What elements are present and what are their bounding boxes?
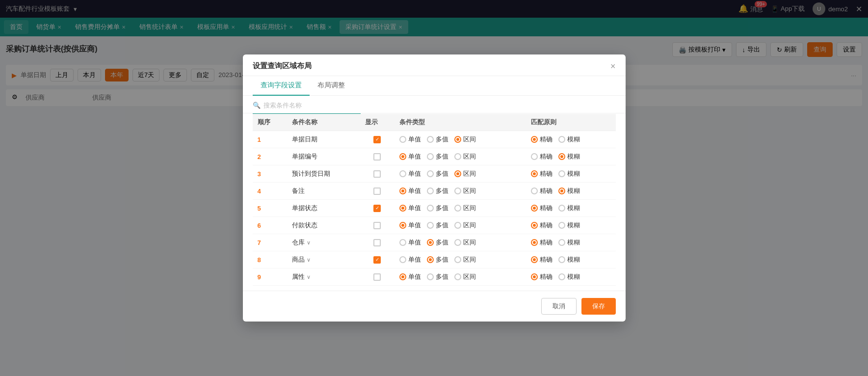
cancel-button[interactable]: 取消 bbox=[541, 298, 577, 315]
radio-type-单值[interactable]: 单值 bbox=[399, 187, 421, 195]
radio-type-多值[interactable]: 多值 bbox=[427, 272, 448, 281]
radio-type-区间[interactable]: 区间 bbox=[454, 221, 476, 230]
cell-match-rule: 精确模糊 bbox=[526, 217, 616, 234]
cell-display bbox=[360, 148, 395, 165]
radio-type-单值[interactable]: 单值 bbox=[399, 169, 421, 178]
radio-match-精确[interactable]: 精确 bbox=[531, 187, 552, 195]
radio-type-单值[interactable]: 单值 bbox=[399, 221, 421, 230]
cell-order: 4 bbox=[253, 183, 287, 200]
radio-match-精确[interactable]: 精确 bbox=[531, 135, 552, 144]
cell-display bbox=[360, 251, 395, 269]
radio-type-区间[interactable]: 区间 bbox=[454, 169, 476, 178]
radio-type-多值[interactable]: 多值 bbox=[427, 169, 448, 178]
chevron-down-icon[interactable]: ∨ bbox=[307, 257, 311, 263]
radio-match-模糊[interactable]: 模糊 bbox=[558, 238, 580, 247]
cell-display bbox=[360, 234, 395, 251]
cell-order: 9 bbox=[253, 269, 287, 286]
table-row: 9属性 ∨单值多值区间精确模糊 bbox=[253, 269, 616, 286]
tab-layout-adjust[interactable]: 布局调整 bbox=[310, 76, 353, 96]
cell-condition-name: 单据日期 bbox=[287, 131, 360, 148]
th-type: 条件类型 bbox=[395, 114, 526, 131]
radio-match-精确[interactable]: 精确 bbox=[531, 238, 552, 247]
cell-condition-name: 付款状态 bbox=[287, 217, 360, 234]
th-order: 顺序 bbox=[253, 114, 287, 131]
order-number: 4 bbox=[258, 188, 261, 195]
radio-match-精确[interactable]: 精确 bbox=[531, 152, 552, 161]
radio-type-区间[interactable]: 区间 bbox=[454, 238, 476, 247]
radio-type-区间[interactable]: 区间 bbox=[454, 187, 476, 195]
radio-match-精确[interactable]: 精确 bbox=[531, 255, 552, 264]
radio-match-精确[interactable]: 精确 bbox=[531, 169, 552, 178]
radio-type-多值[interactable]: 多值 bbox=[427, 238, 448, 247]
cell-match-rule: 精确模糊 bbox=[526, 183, 616, 200]
cell-condition-type: 单值多值区间 bbox=[395, 217, 526, 234]
cell-condition-type: 单值多值区间 bbox=[395, 251, 526, 269]
search-input[interactable] bbox=[263, 102, 362, 109]
display-checkbox[interactable] bbox=[373, 170, 381, 178]
display-checkbox[interactable] bbox=[373, 222, 381, 229]
th-match: 匹配原则 bbox=[526, 114, 616, 131]
cell-condition-name: 商品 ∨ bbox=[287, 251, 360, 269]
order-number: 6 bbox=[258, 222, 261, 229]
display-checkbox[interactable] bbox=[373, 256, 381, 264]
cell-match-rule: 精确模糊 bbox=[526, 165, 616, 183]
modal-overlay: 设置查询区域布局 × 查询字段设置 布局调整 🔍 顺序 条件名称 bbox=[0, 0, 868, 376]
radio-match-模糊[interactable]: 模糊 bbox=[558, 135, 580, 144]
cell-condition-type: 单值多值区间 bbox=[395, 286, 526, 291]
radio-type-区间[interactable]: 区间 bbox=[454, 272, 476, 281]
table-row: 5单据状态单值多值区间精确模糊 bbox=[253, 200, 616, 217]
cell-condition-name: 单据状态 bbox=[287, 200, 360, 217]
display-checkbox[interactable] bbox=[373, 273, 381, 281]
radio-type-区间[interactable]: 区间 bbox=[454, 135, 476, 144]
radio-type-单值[interactable]: 单值 bbox=[399, 255, 421, 264]
radio-match-精确[interactable]: 精确 bbox=[531, 221, 552, 230]
radio-match-模糊[interactable]: 模糊 bbox=[558, 152, 580, 161]
cell-order: 6 bbox=[253, 217, 287, 234]
radio-type-区间[interactable]: 区间 bbox=[454, 152, 476, 161]
cell-display bbox=[360, 131, 395, 148]
radio-match-精确[interactable]: 精确 bbox=[531, 272, 552, 281]
radio-type-多值[interactable]: 多值 bbox=[427, 255, 448, 264]
radio-type-多值[interactable]: 多值 bbox=[427, 187, 448, 195]
radio-match-精确[interactable]: 精确 bbox=[531, 204, 552, 213]
display-checkbox[interactable] bbox=[373, 188, 381, 195]
chevron-down-icon[interactable]: ∨ bbox=[307, 240, 311, 246]
radio-type-多值[interactable]: 多值 bbox=[427, 135, 448, 144]
conditions-table: 顺序 条件名称 显示 条件类型 匹配原则 1单据日期单值多值区间精确模糊2单据编… bbox=[253, 114, 616, 291]
radio-type-单值[interactable]: 单值 bbox=[399, 204, 421, 213]
radio-type-多值[interactable]: 多值 bbox=[427, 204, 448, 213]
display-checkbox[interactable] bbox=[373, 205, 381, 212]
radio-match-模糊[interactable]: 模糊 bbox=[558, 272, 580, 281]
display-checkbox[interactable] bbox=[373, 136, 381, 143]
radio-type-区间[interactable]: 区间 bbox=[454, 204, 476, 213]
radio-match-模糊[interactable]: 模糊 bbox=[558, 169, 580, 178]
radio-match-模糊[interactable]: 模糊 bbox=[558, 204, 580, 213]
condition-name-text: 属性 bbox=[292, 272, 305, 281]
table-row: 7仓库 ∨单值多值区间精确模糊 bbox=[253, 234, 616, 251]
dialog-close-btn[interactable]: × bbox=[610, 62, 616, 71]
radio-type-单值[interactable]: 单值 bbox=[399, 238, 421, 247]
radio-type-区间[interactable]: 区间 bbox=[454, 255, 476, 264]
radio-type-单值[interactable]: 单值 bbox=[399, 152, 421, 161]
display-checkbox[interactable] bbox=[373, 153, 381, 161]
display-checkbox[interactable] bbox=[373, 239, 381, 246]
radio-match-模糊[interactable]: 模糊 bbox=[558, 255, 580, 264]
cell-condition-name: 单据编号 bbox=[287, 148, 360, 165]
radio-match-模糊[interactable]: 模糊 bbox=[558, 221, 580, 230]
tab-query-fields[interactable]: 查询字段设置 bbox=[253, 76, 310, 96]
radio-type-单值[interactable]: 单值 bbox=[399, 135, 421, 144]
tab-layout-adjust-label: 布局调整 bbox=[317, 81, 345, 89]
chevron-down-icon[interactable]: ∨ bbox=[307, 274, 311, 280]
table-row: 3预计到货日期单值多值区间精确模糊 bbox=[253, 165, 616, 183]
cell-condition-name: 有无商品图片 bbox=[287, 286, 360, 291]
cell-condition-name: 预计到货日期 bbox=[287, 165, 360, 183]
cell-order: 5 bbox=[253, 200, 287, 217]
radio-match-模糊[interactable]: 模糊 bbox=[558, 187, 580, 195]
radio-type-多值[interactable]: 多值 bbox=[427, 152, 448, 161]
cell-match-rule: 精确模糊 bbox=[526, 131, 616, 148]
condition-name-text: 单据状态 bbox=[292, 204, 317, 213]
save-button[interactable]: 保存 bbox=[581, 298, 616, 315]
radio-type-单值[interactable]: 单值 bbox=[399, 272, 421, 281]
radio-type-多值[interactable]: 多值 bbox=[427, 221, 448, 230]
table-header-row: 顺序 条件名称 显示 条件类型 匹配原则 bbox=[253, 114, 616, 131]
